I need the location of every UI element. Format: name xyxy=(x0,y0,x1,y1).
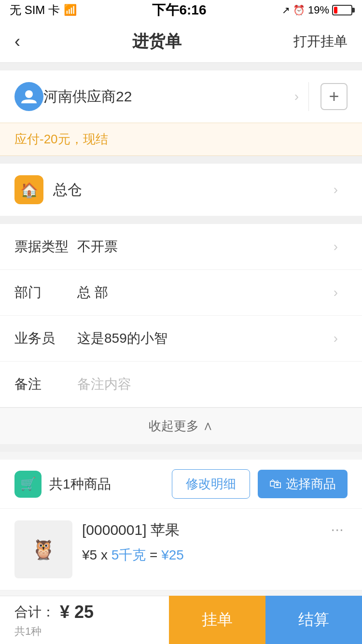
edit-detail-button[interactable]: 修改明细 xyxy=(172,469,250,499)
products-header: 🛒 共1种商品 修改明细 🛍 选择商品 xyxy=(0,460,362,509)
department-value: 总 部 xyxy=(72,283,334,302)
info-banner: 应付-20元，现结 xyxy=(0,123,362,156)
select-label: 选择商品 xyxy=(286,476,336,492)
total-label: 合计： xyxy=(14,603,55,621)
status-right: ↗ ⏰ 19% xyxy=(282,4,352,16)
products-section: 🛒 共1种商品 修改明细 🛍 选择商品 🦉 [0000001] 苹果 ¥5 x … xyxy=(0,460,362,590)
supplier-name: 河南供应商22 xyxy=(43,87,294,107)
invoice-type-row[interactable]: 票据类型 不开票 › xyxy=(0,224,362,270)
cart-icon: 🛒 xyxy=(20,476,36,491)
back-button[interactable]: ‹ xyxy=(14,31,20,52)
divider-3 xyxy=(0,444,362,452)
location-icon: ↗ xyxy=(282,4,290,16)
department-label: 部门 xyxy=(14,283,72,302)
remark-input[interactable]: 备注内容 xyxy=(72,375,348,393)
battery-percent: 19% xyxy=(308,4,329,16)
product-code: [0000001] xyxy=(82,522,146,538)
products-count: 共1种商品 xyxy=(49,475,172,493)
house-icon: 🏠 xyxy=(20,182,38,198)
remark-row[interactable]: 备注 备注内容 xyxy=(0,362,362,407)
remark-label: 备注 xyxy=(14,375,72,393)
status-time: 下午6:16 xyxy=(152,1,206,19)
checkout-button[interactable]: 结算 xyxy=(265,596,362,644)
status-left: 无 SIM 卡 📶 xyxy=(10,2,77,18)
product-info: [0000001] 苹果 ¥5 x 5千克 = ¥25 xyxy=(82,520,327,564)
bottom-bar: 合计： ¥ 25 共1种 挂单 结算 xyxy=(0,596,362,644)
products-icon: 🛒 xyxy=(14,471,42,498)
battery-indicator xyxy=(332,5,352,15)
svg-point-0 xyxy=(25,90,33,98)
open-hang-button[interactable]: 打开挂单 xyxy=(293,32,348,51)
invoice-type-value: 不开票 xyxy=(72,238,334,256)
product-thumbnail: 🦉 xyxy=(14,520,72,578)
salesperson-row[interactable]: 业务员 这是859的小智 › xyxy=(0,316,362,362)
form-section: 票据类型 不开票 › 部门 总 部 › 业务员 这是859的小智 › 备注 备注… xyxy=(0,224,362,407)
salesperson-value: 这是859的小智 xyxy=(72,329,334,348)
more-options-button[interactable]: ··· xyxy=(327,520,348,538)
multiply-sign: x xyxy=(101,547,111,562)
product-title: 苹果 xyxy=(151,522,180,538)
line-total: ¥25 xyxy=(161,547,184,562)
select-icon: 🛍 xyxy=(269,476,282,491)
supplier-row[interactable]: 河南供应商22 › + xyxy=(0,70,362,123)
product-name: [0000001] 苹果 xyxy=(82,520,327,540)
nav-bar: ‹ 进货单 打开挂单 xyxy=(0,20,362,63)
department-row[interactable]: 部门 总 部 › xyxy=(0,270,362,316)
product-item: 🦉 [0000001] 苹果 ¥5 x 5千克 = ¥25 ··· xyxy=(0,509,362,590)
status-bar: 无 SIM 卡 📶 下午6:16 ↗ ⏰ 19% xyxy=(0,0,362,20)
collapse-bar[interactable]: 收起更多 ∧ xyxy=(0,407,362,444)
select-product-button[interactable]: 🛍 选择商品 xyxy=(258,470,348,498)
total-info: 合计： ¥ 25 共1种 xyxy=(14,602,94,639)
warehouse-chevron-icon: › xyxy=(334,182,338,197)
person-svg xyxy=(20,88,38,105)
total-amount: ¥ 25 xyxy=(60,602,94,622)
top-divider xyxy=(0,63,362,70)
owl-logo-icon: 🦉 xyxy=(31,538,56,561)
divider-1 xyxy=(0,156,362,164)
warehouse-icon: 🏠 xyxy=(14,175,43,204)
hang-button[interactable]: 挂单 xyxy=(169,596,265,644)
product-price: ¥5 x 5千克 = ¥25 xyxy=(82,546,327,564)
supplier-section: 河南供应商22 › + 应付-20元，现结 xyxy=(0,70,362,156)
salesperson-label: 业务员 xyxy=(14,329,72,348)
invoice-type-label: 票据类型 xyxy=(14,238,72,256)
department-chevron-icon: › xyxy=(334,285,338,300)
total-row: 合计： ¥ 25 xyxy=(14,602,94,622)
alarm-icon: ⏰ xyxy=(293,4,305,16)
unit-price: ¥5 xyxy=(82,547,97,562)
warehouse-section: 🏠 总仓 › xyxy=(0,164,362,216)
salesperson-chevron-icon: › xyxy=(334,331,338,346)
divider-2 xyxy=(0,216,362,224)
total-sub-label: 共1种 xyxy=(14,624,94,639)
avatar xyxy=(14,82,43,111)
wifi-icon: 📶 xyxy=(64,4,77,16)
battery-fill xyxy=(334,7,337,14)
divider-line xyxy=(308,82,309,111)
supplier-chevron-icon: › xyxy=(294,89,299,104)
add-supplier-button[interactable]: + xyxy=(320,83,348,110)
page-title: 进货单 xyxy=(132,30,181,53)
total-section: 合计： ¥ 25 共1种 xyxy=(0,596,169,644)
quantity: 5千克 xyxy=(111,547,146,562)
warehouse-name: 总仓 xyxy=(53,180,334,200)
warehouse-row[interactable]: 🏠 总仓 › xyxy=(0,164,362,216)
equals-sign: = xyxy=(150,547,161,562)
carrier-label: 无 SIM 卡 xyxy=(10,2,60,18)
invoice-type-chevron-icon: › xyxy=(334,239,338,254)
